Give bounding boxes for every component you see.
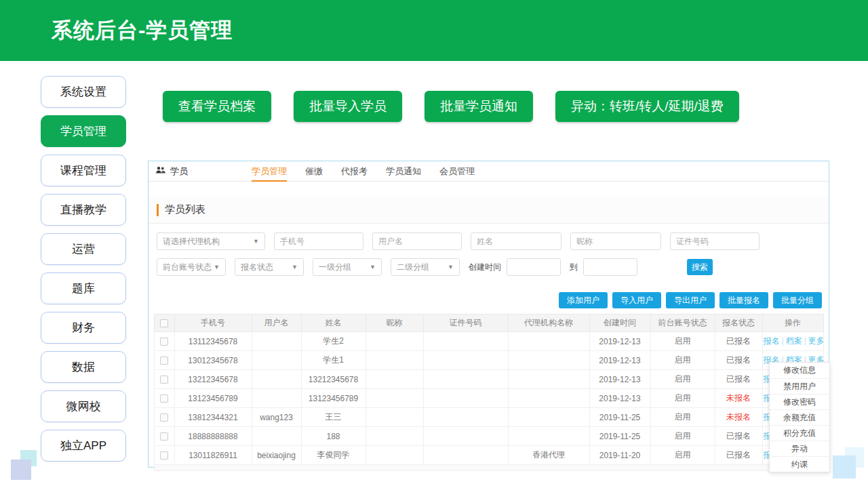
export-users-button[interactable]: 导出用户 — [666, 292, 715, 308]
cell-nickname — [366, 351, 423, 370]
signup-status-select[interactable]: 报名状态 ▼ — [235, 258, 304, 276]
bulk-group-button[interactable]: 批量分组 — [773, 292, 822, 308]
agency-select[interactable]: 请选择代理机构 ▼ — [157, 232, 265, 250]
cell-name: 13212345678 — [301, 370, 366, 389]
row-checkbox[interactable] — [160, 394, 168, 403]
bulk-import-students-button[interactable]: 批量导入学员 — [294, 91, 402, 122]
menu-item-edit-info[interactable]: 修改信息 — [770, 363, 829, 378]
col-nickname: 昵称 — [366, 314, 423, 332]
tab-proxy-exam[interactable]: 代报考 — [341, 161, 368, 182]
sidebar-item-question-bank[interactable]: 题库 — [41, 272, 126, 304]
cell-username — [252, 427, 301, 446]
section-title: 学员列表 — [165, 203, 205, 216]
cell-phone: 13112345678 — [174, 332, 252, 351]
created-from-input[interactable] — [507, 258, 561, 276]
row-checkbox[interactable] — [160, 375, 168, 384]
signup-link[interactable]: 报名 — [764, 336, 780, 346]
menu-item-change-transfer[interactable]: 异动 — [770, 441, 829, 456]
tab-payment-reminder[interactable]: 催缴 — [305, 161, 323, 182]
tab-member-management[interactable]: 会员管理 — [439, 161, 475, 182]
cell-username — [252, 351, 301, 370]
filter-row-1: 请选择代理机构 ▼ — [157, 232, 821, 250]
row-checkbox[interactable] — [160, 338, 168, 346]
decoration-square-lightblue-front — [833, 455, 856, 479]
col-phone: 手机号 — [174, 314, 252, 332]
app-header: 系统后台-学员管理 — [0, 0, 868, 61]
table-row: 13011826911 beixiaojing 李俊同学 香港代理 2019-1… — [154, 446, 823, 465]
sidebar-item-micro-school[interactable]: 微网校 — [41, 390, 126, 422]
cell-nickname — [366, 389, 423, 408]
archive-link[interactable]: 档案 — [786, 336, 802, 346]
select-all-checkbox[interactable] — [160, 319, 168, 327]
page-title: 系统后台-学员管理 — [0, 0, 868, 61]
sidebar-item-standalone-app[interactable]: 独立APP — [41, 430, 126, 462]
col-account-status: 前台账号状态 — [650, 314, 715, 332]
tab-student-management[interactable]: 学员管理 — [252, 161, 287, 182]
sidebar-item-operations[interactable]: 运营 — [41, 233, 126, 265]
menu-item-book-lesson[interactable]: 约课 — [770, 456, 829, 472]
module-label-text: 学员 — [170, 165, 188, 178]
table-footer-strip — [154, 465, 823, 471]
students-icon — [155, 166, 166, 176]
name-filter-input[interactable] — [471, 232, 561, 250]
cell-account-status: 启用 — [650, 370, 715, 389]
row-checkbox[interactable] — [160, 413, 168, 422]
sidebar-item-course-management[interactable]: 课程管理 — [41, 155, 126, 186]
row-checkbox[interactable] — [160, 432, 168, 441]
more-actions-dropdown: 修改信息 禁用用户 修改密码 余额充值 积分充值 异动 约课 — [769, 362, 830, 472]
bulk-actions: 添加用户 导入用户 导出用户 批量报名 批量分组 — [149, 284, 829, 314]
cell-name: 学生1 — [301, 351, 366, 370]
cell-nickname — [366, 446, 423, 465]
more-link[interactable]: 更多 — [808, 336, 823, 346]
bulk-student-notice-button[interactable]: 批量学员通知 — [425, 91, 533, 122]
phone-filter-input[interactable] — [274, 232, 363, 250]
id-number-filter-input[interactable] — [670, 232, 760, 250]
menu-item-change-password[interactable]: 修改密码 — [770, 394, 829, 409]
cell-name: 李俊同学 — [301, 446, 366, 465]
cell-created: 2019-12-13 — [589, 389, 650, 408]
cell-signup-status: 已报名 — [715, 351, 762, 370]
account-status-select[interactable]: 前台账号状态 ▼ — [157, 258, 226, 276]
sidebar-item-student-management[interactable]: 学员管理 — [41, 115, 126, 147]
cell-account-status: 启用 — [650, 408, 715, 427]
col-signup-status: 报名状态 — [715, 314, 762, 332]
sidebar-item-live-teaching[interactable]: 直播教学 — [41, 194, 126, 226]
tab-student-notice[interactable]: 学员通知 — [386, 161, 421, 182]
cell-name: 学生2 — [301, 332, 366, 351]
table-row: 18888888888 188 2019-11-25 启用 已报名 报名|档案|… — [154, 427, 823, 446]
username-filter-input[interactable] — [372, 232, 462, 250]
decoration-square-lavender — [11, 460, 31, 480]
row-checkbox[interactable] — [160, 357, 168, 365]
bulk-signup-button[interactable]: 批量报名 — [719, 292, 768, 308]
created-to-input[interactable] — [583, 258, 637, 276]
cell-created: 2019-12-13 — [589, 332, 650, 351]
cell-phone: 13012345678 — [174, 351, 252, 370]
student-panel: 学员 学员管理 催缴 代报考 学员通知 会员管理 学员列表 请选择代理机构 ▼ — [148, 161, 829, 468]
add-user-button[interactable]: 添加用户 — [559, 292, 608, 308]
menu-item-disable-user[interactable]: 禁用用户 — [770, 378, 829, 394]
search-button[interactable]: 搜索 — [687, 259, 713, 275]
group-level2-select[interactable]: 二级分组 ▼ — [391, 258, 460, 276]
cell-signup-status: 已报名 — [715, 370, 762, 389]
cell-account-status: 启用 — [650, 446, 715, 465]
nickname-filter-input[interactable] — [570, 232, 661, 250]
col-operations: 操作 — [762, 314, 823, 332]
row-checkbox[interactable] — [160, 451, 168, 460]
sidebar-item-finance[interactable]: 财务 — [41, 312, 126, 344]
import-users-button[interactable]: 导入用户 — [612, 292, 661, 308]
menu-item-balance-recharge[interactable]: 余额充值 — [770, 409, 829, 425]
section-head: 学员列表 — [149, 197, 829, 224]
sidebar-item-system-settings[interactable]: 系统设置 — [41, 76, 126, 108]
cell-agency: 香港代理 — [508, 446, 589, 465]
cell-id-number — [423, 389, 508, 408]
view-student-archive-button[interactable]: 查看学员档案 — [163, 91, 271, 122]
cell-created: 2019-11-25 — [589, 427, 650, 446]
cell-agency — [508, 370, 589, 389]
cell-nickname — [366, 370, 423, 389]
menu-item-points-recharge[interactable]: 积分充值 — [770, 425, 829, 441]
group-level1-select[interactable]: 一级分组 ▼ — [313, 258, 382, 276]
change-transfer-button[interactable]: 异动：转班/转人/延期/退费 — [555, 91, 739, 122]
cell-nickname — [366, 427, 423, 446]
cell-account-status: 启用 — [650, 427, 715, 446]
sidebar-item-data[interactable]: 数据 — [41, 351, 126, 383]
